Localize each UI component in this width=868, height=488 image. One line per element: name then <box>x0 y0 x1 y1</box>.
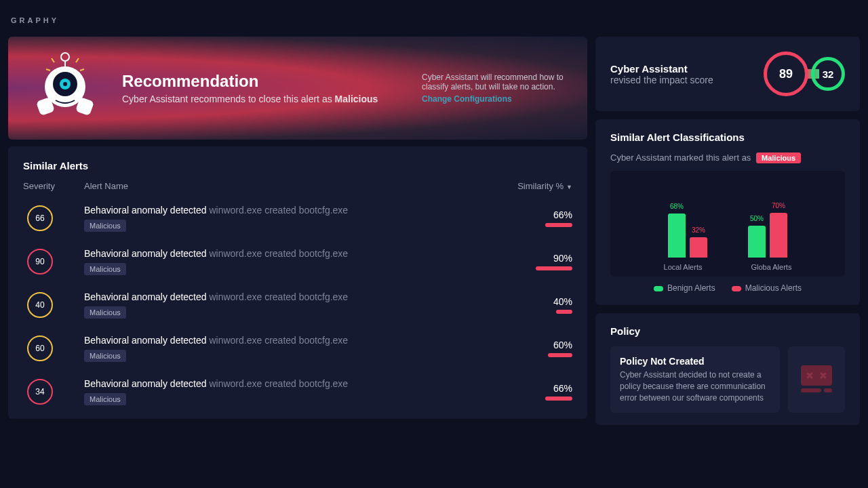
change-configurations-link[interactable]: Change Configurations <box>422 94 512 104</box>
classif-heading: Similar Alert Classifications <box>610 131 845 143</box>
similarity-cell: 66% <box>491 383 572 401</box>
classification-tag: Malicious <box>84 350 126 362</box>
sort-caret-icon <box>566 181 572 191</box>
classification-tag: Malicious <box>84 393 126 405</box>
classification-tag: Malicious <box>84 263 126 275</box>
chart-bar: 50% <box>748 226 766 258</box>
alert-name-cell: Behavioral anomaly detected winword.exe … <box>84 248 491 275</box>
similarity-cell: 66% <box>491 209 572 227</box>
severity-ring: 90 <box>27 249 53 274</box>
similarity-cell: 60% <box>491 340 572 357</box>
policy-desc: Cyber Assistant decided to not create a … <box>620 369 770 403</box>
col-similarity[interactable]: Similarity % <box>491 181 572 191</box>
chart-x-label: Local Alerts <box>664 263 703 271</box>
severity-ring: 34 <box>27 379 53 405</box>
classification-tag: Malicious <box>84 306 126 319</box>
chart-bar: 68% <box>668 214 686 258</box>
banner-subtitle: Cyber Assistant recommends to close this… <box>122 94 378 104</box>
chart-bar: 32% <box>690 237 707 258</box>
similar-alerts-heading: Similar Alerts <box>23 160 572 171</box>
classifications-card: Similar Alert Classifications Cyber Assi… <box>595 119 860 305</box>
alert-name-cell: Behavioral anomaly detected winword.exe … <box>84 335 491 362</box>
table-row[interactable]: 90Behavioral anomaly detected winword.ex… <box>23 240 572 283</box>
impact-after-ring: 32 <box>811 57 845 91</box>
classif-sub: Cyber Assistant marked this alert as <box>610 152 751 163</box>
alert-name-cell: Behavioral anomaly detected winword.exe … <box>84 205 491 232</box>
similarity-cell: 40% <box>491 296 572 314</box>
classification-chart: 68%32%50%70% Local AlertsGloba Alerts <box>610 171 845 277</box>
severity-ring: 60 <box>27 336 53 361</box>
legend-benign: Benign Alerts <box>654 283 715 293</box>
table-row[interactable]: 40Behavioral anomaly detected winword.ex… <box>23 283 572 327</box>
impact-line2: revised the impact score <box>610 75 751 85</box>
svg-point-0 <box>61 53 69 61</box>
impact-line1: Cyber Assistant <box>610 63 751 75</box>
col-alert-name: Alert Name <box>84 181 491 191</box>
recommendation-banner: Recommendation Cyber Assistant recommend… <box>8 37 587 140</box>
similar-alerts-panel: Similar Alerts Severity Alert Name Simil… <box>8 146 587 419</box>
table-row[interactable]: 34Behavioral anomaly detected winword.ex… <box>23 370 572 413</box>
chart-bar: 70% <box>770 213 787 258</box>
col-severity: Severity <box>23 181 84 191</box>
legend-malicious: Malicious Alerts <box>732 283 802 293</box>
similarity-cell: 90% <box>491 253 572 270</box>
svg-rect-9 <box>824 388 832 392</box>
alert-name-cell: Behavioral anomaly detected winword.exe … <box>84 378 491 405</box>
impact-score-card: Cyber Assistant revised the impact score… <box>595 37 860 111</box>
svg-rect-7 <box>801 365 832 386</box>
svg-point-4 <box>63 82 67 86</box>
svg-rect-8 <box>801 388 821 392</box>
severity-ring: 40 <box>27 292 53 318</box>
table-row[interactable]: 66Behavioral anomaly detected winword.ex… <box>23 197 572 240</box>
robot-illustration-icon <box>24 47 106 129</box>
brand-label: GRAPHY <box>0 0 868 37</box>
policy-heading: Policy <box>610 325 845 337</box>
severity-ring: 66 <box>27 205 53 231</box>
policy-title: Policy Not Created <box>620 356 770 367</box>
classif-badge: Malicious <box>756 152 801 163</box>
classification-tag: Malicious <box>84 220 126 232</box>
banner-note: Cyber Assistant will recommend how to cl… <box>422 73 571 92</box>
policy-error-icon <box>788 346 845 413</box>
chart-x-label: Globa Alerts <box>751 263 791 271</box>
banner-title: Recommendation <box>122 72 378 91</box>
table-row[interactable]: 60Behavioral anomaly detected winword.ex… <box>23 327 572 370</box>
policy-card: Policy Policy Not Created Cyber Assistan… <box>595 313 860 425</box>
impact-before-ring: 89 <box>764 52 808 96</box>
alert-name-cell: Behavioral anomaly detected winword.exe … <box>84 291 491 319</box>
